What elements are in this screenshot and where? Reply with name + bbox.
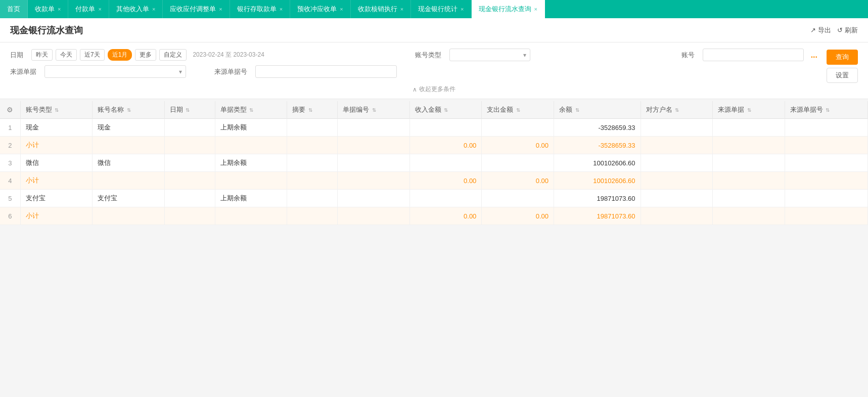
cell-counterpart	[641, 119, 713, 137]
table-area: ⚙账号类型 ⇅账号名称 ⇅日期 ⇅单据类型 ⇅摘要 ⇅单据编号 ⇅收入金额 ⇅支…	[0, 101, 868, 225]
nav-tab-其他收入单[interactable]: 其他收入单 ×	[109, 0, 163, 18]
col-header-account_name[interactable]: 账号名称 ⇅	[93, 101, 165, 119]
col-header-counterpart[interactable]: 对方户名 ⇅	[641, 101, 713, 119]
cell-account_type: 现金	[20, 119, 93, 137]
col-header-expense[interactable]: 支出金额 ⇅	[482, 101, 554, 119]
cell-doc_no	[338, 190, 410, 207]
tab-close-icon[interactable]: ×	[98, 6, 101, 12]
tab-close-icon[interactable]: ×	[152, 6, 155, 12]
cell-source_doc	[713, 119, 785, 137]
table-header-row: ⚙账号类型 ⇅账号名称 ⇅日期 ⇅单据类型 ⇅摘要 ⇅单据编号 ⇅收入金额 ⇅支…	[0, 101, 868, 119]
cell-doc_type	[215, 207, 287, 225]
source-doc-select[interactable]	[44, 65, 186, 78]
account-label: 账号	[681, 51, 695, 60]
filter-row-1: 日期 昨天今天近7天近1月更多自定义 2023-02-24 至 2023-03-…	[10, 49, 820, 61]
cell-seq: 5	[0, 190, 20, 207]
date-shortcut-今天[interactable]: 今天	[56, 49, 77, 61]
cell-expense: 0.00	[482, 172, 554, 190]
tab-close-icon[interactable]: ×	[534, 6, 537, 12]
date-shortcut-更多[interactable]: 更多	[135, 49, 156, 61]
cell-doc_type	[215, 137, 287, 154]
sort-icon: ⇅	[826, 107, 830, 113]
table-row: 6小计0.000.0019871073.60	[0, 207, 868, 225]
account-type-select[interactable]	[449, 49, 530, 61]
cell-account_name: 现金	[93, 119, 165, 137]
col-header-doc_no[interactable]: 单据编号 ⇅	[338, 101, 410, 119]
cell-expense	[482, 190, 554, 207]
nav-tab-应收应付调整单[interactable]: 应收应付调整单 ×	[163, 0, 230, 18]
cell-income	[409, 154, 482, 172]
collapse-button[interactable]: ∧ 收起更多条件	[413, 85, 455, 94]
cell-seq: 3	[0, 154, 20, 172]
export-button[interactable]: ↗ 导出	[810, 26, 831, 35]
cell-summary	[287, 207, 338, 225]
cell-income	[409, 190, 482, 207]
gear-icon[interactable]: ⚙	[7, 106, 13, 114]
tab-close-icon[interactable]: ×	[219, 6, 222, 12]
cell-source_doc_no	[785, 190, 867, 207]
cell-date	[164, 154, 215, 172]
sort-icon: ⇅	[186, 107, 190, 113]
tab-close-icon[interactable]: ×	[280, 6, 283, 12]
cell-account_type: 小计	[20, 137, 93, 154]
sort-icon: ⇅	[747, 107, 751, 113]
refresh-button[interactable]: ↺ 刷新	[837, 26, 858, 35]
tab-close-icon[interactable]: ×	[461, 6, 464, 12]
nav-tab-付款单[interactable]: 付款单 ×	[68, 0, 109, 18]
table-row: 4小计0.000.00100102606.60	[0, 172, 868, 190]
col-header-source_doc[interactable]: 来源单据 ⇅	[713, 101, 785, 119]
cell-balance: 19871073.60	[554, 207, 641, 225]
account-input[interactable]	[703, 49, 804, 61]
source-doc-no-input[interactable]	[255, 65, 397, 78]
date-shortcut-近7天[interactable]: 近7天	[80, 49, 105, 61]
nav-tab-收款核销执行[interactable]: 收款核销执行 ×	[351, 0, 411, 18]
nav-tab-现金银行流水查询[interactable]: 现金银行流水查询 ×	[472, 0, 545, 18]
nav-home[interactable]: 首页	[0, 0, 28, 18]
col-header-balance[interactable]: 余额 ⇅	[554, 101, 641, 119]
cell-seq: 2	[0, 137, 20, 154]
col-header-settings[interactable]: ⚙	[0, 101, 20, 119]
col-header-date[interactable]: 日期 ⇅	[164, 101, 215, 119]
cell-expense: 0.00	[482, 137, 554, 154]
cell-source_doc_no	[785, 172, 867, 190]
cell-account_name: 支付宝	[93, 190, 165, 207]
cell-source_doc_no	[785, 119, 867, 137]
date-shortcut-昨天[interactable]: 昨天	[31, 49, 53, 61]
cell-doc_type: 上期余额	[215, 190, 287, 207]
cell-source_doc_no	[785, 154, 867, 172]
cell-income: 0.00	[409, 137, 482, 154]
header-actions: ↗ 导出 ↺ 刷新	[810, 26, 858, 35]
cell-account_type: 小计	[20, 172, 93, 190]
cell-income: 0.00	[409, 172, 482, 190]
col-header-summary[interactable]: 摘要 ⇅	[287, 101, 338, 119]
date-shortcut-近1月[interactable]: 近1月	[108, 49, 132, 61]
cell-expense	[482, 119, 554, 137]
query-button[interactable]: 查询	[827, 50, 858, 65]
nav-tab-银行存取款单[interactable]: 银行存取款单 ×	[230, 0, 290, 18]
cell-expense	[482, 154, 554, 172]
cell-doc_no	[338, 207, 410, 225]
cell-counterpart	[641, 207, 713, 225]
page-header: 现金银行流水查询 ↗ 导出 ↺ 刷新	[0, 18, 868, 42]
nav-tab-预收冲应收单[interactable]: 预收冲应收单 ×	[290, 0, 350, 18]
date-shortcut-自定义[interactable]: 自定义	[159, 49, 187, 61]
tab-close-icon[interactable]: ×	[58, 6, 61, 12]
sort-icon: ⇅	[516, 107, 520, 113]
source-doc-select-wrapper	[44, 65, 186, 78]
cell-balance: 100102606.60	[554, 154, 641, 172]
right-buttons: 查询 设置	[827, 50, 858, 83]
date-shortcuts: 昨天今天近7天近1月更多自定义	[31, 49, 187, 61]
tab-close-icon[interactable]: ×	[400, 6, 403, 12]
cell-counterpart	[641, 190, 713, 207]
settings-button[interactable]: 设置	[827, 68, 858, 83]
col-header-doc_type[interactable]: 单据类型 ⇅	[215, 101, 287, 119]
col-header-income[interactable]: 收入金额 ⇅	[409, 101, 482, 119]
cell-account_type: 小计	[20, 207, 93, 225]
tab-close-icon[interactable]: ×	[340, 6, 343, 12]
col-header-source_doc_no[interactable]: 来源单据号 ⇅	[785, 101, 867, 119]
col-header-account_type[interactable]: 账号类型 ⇅	[20, 101, 93, 119]
nav-tab-收款单[interactable]: 收款单 ×	[28, 0, 68, 18]
cell-seq: 1	[0, 119, 20, 137]
account-ellipsis-button[interactable]: ...	[808, 51, 820, 60]
nav-tab-现金银行统计[interactable]: 现金银行统计 ×	[411, 0, 471, 18]
